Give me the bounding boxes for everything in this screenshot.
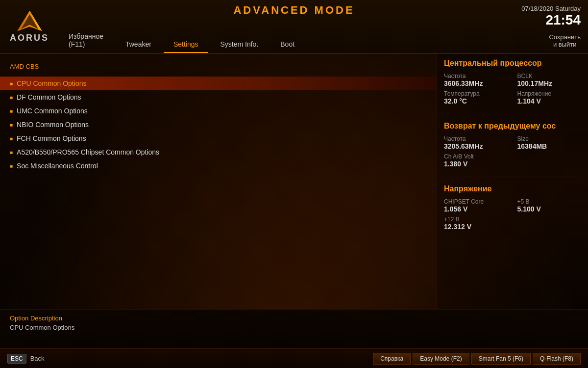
memory-info-section: Возврат к предыдущему сос Частота 3205.6…: [444, 122, 581, 177]
menu-item-a520-chipset[interactable]: ■ A520/B550/PRO565 Chipset Common Option…: [0, 145, 436, 159]
bullet-icon: ■: [10, 150, 13, 155]
mem-size-field: Size 16384MB: [517, 135, 581, 150]
main-content: AMD CBS ■ CPU Common Options ■ DF Common…: [0, 54, 588, 309]
bclk-field: BCLK 100.17MHz: [517, 73, 581, 87]
title-area: ADVANCED MODE: [233, 4, 354, 17]
bullet-icon: ■: [10, 122, 13, 128]
5v-field: +5 В 5.100 V: [517, 198, 581, 213]
mem-volt-field: Ch A/B Volt 1.380 V: [444, 153, 581, 168]
esc-key-badge: ESC: [7, 354, 26, 364]
tab-sysinfo[interactable]: System Info.: [210, 36, 268, 53]
logo-area: AORUS: [0, 5, 59, 48]
12v-row: +12 В 12.312 V: [444, 216, 581, 231]
tab-favorites[interactable]: Избранное(F11): [59, 28, 113, 53]
bclk-value: 100.17MHz: [517, 79, 581, 87]
description-text: CPU Common Options: [10, 324, 578, 331]
cpu-temp-label: Температура: [444, 90, 508, 97]
chipset-core-value: 1.056 V: [444, 205, 508, 213]
bullet-icon: ■: [10, 163, 13, 169]
mem-volt-label: Ch A/B Volt: [444, 153, 581, 160]
menu-item-soc-misc[interactable]: ■ Soc Miscellaneous Control: [0, 159, 436, 173]
bclk-label: BCLK: [517, 73, 581, 79]
voltage-section-title: Напряжение: [444, 184, 581, 193]
5v-label: +5 В: [517, 198, 581, 205]
bullet-icon: ■: [10, 108, 13, 114]
bullet-icon: ■: [10, 81, 13, 86]
logo-text: AORUS: [10, 33, 49, 43]
menu-item-fch-common[interactable]: ■ FCH Common Options: [0, 131, 436, 145]
bottom-bar: ESC Back Справка Easy Mode (F2) Smart Fa…: [0, 348, 588, 368]
help-button[interactable]: Справка: [373, 353, 411, 365]
chipset-volt-row: CHIPSET Core 1.056 V +5 В 5.100 V: [444, 198, 581, 213]
smart-fan-button[interactable]: Smart Fan 5 (F6): [471, 353, 531, 365]
menu-item-cpu-common[interactable]: ■ CPU Common Options: [0, 77, 436, 90]
bullet-icon: ■: [10, 95, 13, 100]
chipset-core-label: CHIPSET Core: [444, 198, 508, 205]
cpu-temp-field: Температура 32.0 °C: [444, 90, 508, 105]
mem-volt-value: 1.380 V: [444, 160, 581, 168]
mem-size-label: Size: [517, 135, 581, 142]
back-label: Back: [30, 355, 45, 362]
tab-tweaker[interactable]: Tweaker: [116, 36, 161, 53]
left-panel: AMD CBS ■ CPU Common Options ■ DF Common…: [0, 54, 436, 309]
cpu-volt-label: Напряжение: [517, 90, 581, 97]
mem-size-value: 16384MB: [517, 142, 581, 150]
description-bar: Option Description CPU Common Options: [0, 309, 588, 348]
cpu-volt-field: Напряжение 1.104 V: [517, 90, 581, 105]
chipset-core-field: CHIPSET Core 1.056 V: [444, 198, 508, 213]
qflash-button[interactable]: Q-Flash (F8): [533, 353, 581, 365]
mem-freq-field: Частота 3205.63MHz: [444, 135, 508, 150]
mem-freq-row: Частота 3205.63MHz Size 16384MB: [444, 135, 581, 150]
memory-section-title: Возврат к предыдущему сос: [444, 122, 581, 131]
12v-value: 12.312 V: [444, 223, 581, 231]
tab-settings[interactable]: Settings: [164, 36, 208, 53]
menu-item-df-common[interactable]: ■ DF Common Options: [0, 90, 436, 104]
cpu-volt-value: 1.104 V: [517, 97, 581, 105]
5v-value: 5.100 V: [517, 205, 581, 213]
aorus-logo-icon: [16, 10, 43, 32]
save-exit-button[interactable]: Сохранитьи выйти: [549, 33, 581, 48]
cpu-freq-field: Частота 3606.33MHz: [444, 73, 508, 87]
cpu-section-title: Центральный процессор: [444, 59, 581, 68]
time-display: 21:54: [521, 12, 581, 28]
12v-label: +12 В: [444, 216, 581, 223]
breadcrumb: AMD CBS: [0, 59, 436, 74]
advanced-mode-title: ADVANCED MODE: [233, 4, 354, 17]
cpu-freq-value: 3606.33MHz: [444, 79, 508, 87]
menu-item-nbio-common[interactable]: ■ NBIO Common Options: [0, 118, 436, 131]
description-title: Option Description: [10, 315, 578, 322]
menu-item-umc-common[interactable]: ■ UMC Common Options: [0, 104, 436, 118]
12v-field: +12 В 12.312 V: [444, 216, 581, 231]
cpu-freq-row: Частота 3606.33MHz BCLK 100.17MHz: [444, 73, 581, 87]
bottom-buttons: Справка Easy Mode (F2) Smart Fan 5 (F6) …: [373, 353, 581, 365]
mem-volt-row: Ch A/B Volt 1.380 V: [444, 153, 581, 168]
cpu-freq-label: Частота: [444, 73, 508, 79]
date-display: 07/18/2020 Saturday: [521, 5, 581, 12]
tab-boot[interactable]: Boot: [270, 36, 304, 53]
esc-hint: ESC Back: [7, 354, 45, 364]
mem-freq-value: 3205.63MHz: [444, 142, 508, 150]
right-panel: Центральный процессор Частота 3606.33MHz…: [436, 54, 588, 309]
cpu-temp-row: Температура 32.0 °C Напряжение 1.104 V: [444, 90, 581, 105]
nav-tabs: Избранное(F11) Tweaker Settings System I…: [59, 24, 466, 53]
cpu-info-section: Центральный процессор Частота 3606.33MHz…: [444, 59, 581, 114]
easy-mode-button[interactable]: Easy Mode (F2): [413, 353, 469, 365]
voltage-info-section: Напряжение CHIPSET Core 1.056 V +5 В 5.1…: [444, 184, 581, 239]
cpu-temp-value: 32.0 °C: [444, 97, 508, 105]
header: AORUS ADVANCED MODE Избранное(F11) Tweak…: [0, 0, 588, 54]
mem-freq-label: Частота: [444, 135, 508, 142]
datetime: 07/18/2020 Saturday 21:54: [521, 5, 581, 28]
bullet-icon: ■: [10, 136, 13, 141]
